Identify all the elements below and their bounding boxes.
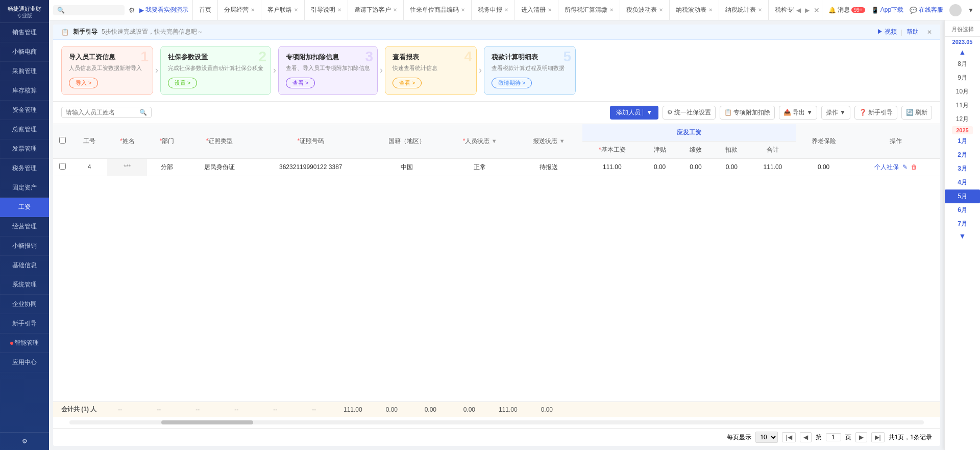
sidebar-item-system[interactable]: 系统管理 — [0, 275, 49, 295]
month-6[interactable]: 6月 — [945, 203, 980, 217]
search-btn-icon[interactable]: 🔍 — [139, 109, 147, 116]
report-filter-icon[interactable]: ▼ — [559, 138, 565, 144]
user-menu-btn[interactable]: ▼ — [968, 7, 974, 14]
month-up-arrow[interactable]: ▲ — [958, 47, 967, 57]
tab-home[interactable]: 首页 — [193, 0, 218, 20]
month-7[interactable]: 7月 — [945, 217, 980, 231]
export-btn[interactable]: 📤 导出 ▼ — [779, 106, 817, 120]
app-download-btn[interactable]: 📱 App下载 — [871, 6, 903, 14]
tab-tax-change[interactable]: 纳税波动表 ✕ — [670, 0, 719, 20]
tab-layered-close[interactable]: ✕ — [251, 7, 255, 13]
tab-layered[interactable]: 分层经营 ✕ — [218, 0, 261, 20]
add-employee-btn[interactable]: 添加人员 ▼ — [610, 106, 658, 120]
row-select-checkbox[interactable] — [59, 163, 66, 170]
month-12[interactable]: 12月 — [945, 112, 980, 126]
month-9[interactable]: 9月 — [945, 71, 980, 85]
search-input[interactable] — [66, 109, 137, 116]
sidebar-item-operations[interactable]: 经营管理 — [0, 217, 49, 236]
sidebar-item-smart[interactable]: 智能管理 — [0, 334, 49, 353]
social-insurance-btn[interactable]: ⚙ 统一社保设置 — [663, 106, 716, 120]
month-8[interactable]: 8月 — [945, 57, 980, 71]
user-avatar[interactable] — [949, 4, 962, 16]
action-btn[interactable]: 操作 ▼ — [821, 106, 850, 120]
search-input-box[interactable]: 🔍 — [61, 107, 152, 118]
tab-tax-close[interactable]: ✕ — [504, 7, 508, 13]
demo-link[interactable]: ▶ 我要看实例演示 — [139, 6, 188, 14]
guide-help-link[interactable]: 帮助 — [906, 28, 919, 36]
row-delete-btn[interactable]: 🗑 — [911, 163, 917, 171]
sidebar-item-basic-info[interactable]: 基础信息 — [0, 256, 49, 275]
sidebar-item-purchase[interactable]: 采购管理 — [0, 62, 49, 81]
tab-clearing-close[interactable]: ✕ — [548, 7, 552, 13]
tab-invite[interactable]: 邀请下游客户 ✕ — [348, 0, 404, 20]
month-3[interactable]: 3月 — [945, 162, 980, 176]
tab-goods-close[interactable]: ✕ — [461, 7, 465, 13]
horizontal-scrollbar[interactable] — [53, 417, 940, 428]
guide-video-link[interactable]: ▶ 视频 — [877, 28, 897, 36]
row-personal-insurance-link[interactable]: 个人社保 — [874, 163, 899, 171]
guide-close-btn[interactable]: ✕ — [927, 29, 932, 36]
special-deduction-btn[interactable]: 📋 专项附加扣除 — [720, 106, 775, 120]
message-btn[interactable]: 🔔 消息 99+ — [828, 6, 865, 14]
sidebar-item-assets[interactable]: 固定资产 — [0, 178, 49, 198]
tab-change-close[interactable]: ✕ — [708, 7, 713, 13]
tab-income-close[interactable]: ✕ — [609, 7, 614, 13]
select-all-checkbox[interactable] — [59, 137, 66, 144]
online-service-btn[interactable]: 💬 在线客服 — [910, 6, 943, 14]
month-2[interactable]: 2月 — [945, 148, 980, 162]
refresh-btn[interactable]: 🔄 刷新 — [901, 106, 932, 120]
step-5-btn[interactable]: 敬请期待 > — [492, 78, 532, 88]
step-2-btn[interactable]: 设置 > — [168, 78, 197, 88]
sidebar-settings[interactable]: ⚙ — [0, 432, 49, 450]
row-edit-btn[interactable]: ✎ — [902, 163, 908, 171]
per-page-select[interactable]: 10 — [755, 432, 778, 443]
tab-clearing[interactable]: 进入清册 ✕ — [515, 0, 558, 20]
close-all-tabs[interactable]: ✕ — [812, 6, 822, 14]
tab-stats-close[interactable]: ✕ — [758, 7, 762, 13]
gear-settings-icon[interactable]: ⚙ — [129, 6, 135, 14]
sidebar-item-inventory[interactable]: 库存核算 — [0, 81, 49, 101]
sidebar-item-sales[interactable]: 销售管理 — [0, 23, 49, 42]
tab-burden-close[interactable]: ✕ — [659, 7, 663, 13]
sidebar-item-invoice[interactable]: 发票管理 — [0, 139, 49, 159]
scrollbar-thumb[interactable] — [161, 420, 253, 424]
nav-next-arrow[interactable]: ▶ — [803, 7, 812, 14]
tab-tax-stats[interactable]: 纳税统计表 ✕ — [719, 0, 769, 20]
prev-page-btn[interactable]: ◀ — [800, 432, 812, 442]
sidebar-item-expense[interactable]: 小畅报销 — [0, 236, 49, 256]
last-page-btn[interactable]: ▶| — [871, 432, 885, 442]
newbie-guide-btn[interactable]: ❓ 新手引导 — [854, 106, 897, 120]
month-down-arrow[interactable]: ▼ — [958, 231, 967, 241]
sidebar-item-finance[interactable]: 资金管理 — [0, 101, 49, 120]
month-10[interactable]: 10月 — [945, 85, 980, 99]
sidebar-item-collab[interactable]: 企业协同 — [0, 295, 49, 314]
sidebar-item-guide[interactable]: 新手引导 — [0, 314, 49, 334]
next-page-btn[interactable]: ▶ — [855, 432, 867, 442]
sidebar-item-wage[interactable]: 工资 — [0, 198, 49, 217]
step-3-btn[interactable]: 查看 > — [286, 78, 315, 88]
sidebar-item-tax[interactable]: 税务管理 — [0, 159, 49, 178]
header-search-box[interactable]: 🔍 — [53, 5, 125, 15]
month-4[interactable]: 4月 — [945, 176, 980, 190]
first-page-btn[interactable]: |◀ — [782, 432, 795, 442]
tab-income-tax[interactable]: 所得税汇算清缴 ✕ — [558, 0, 620, 20]
page-input[interactable] — [826, 433, 841, 441]
month-11[interactable]: 11月 — [945, 99, 980, 112]
month-5-active[interactable]: 5月 — [945, 190, 980, 203]
tab-tax-report[interactable]: 税务申报 ✕ — [472, 0, 515, 20]
sidebar-item-ecommerce[interactable]: 小畅电商 — [0, 42, 49, 62]
tab-customer[interactable]: 客户联络 ✕ — [261, 0, 305, 20]
nav-prev-arrow[interactable]: ◀ — [794, 7, 803, 14]
tab-customer-close[interactable]: ✕ — [294, 7, 298, 13]
step-1-btn[interactable]: 导入 > — [69, 78, 98, 88]
tab-tax-burden[interactable]: 税负波动表 ✕ — [620, 0, 670, 20]
step-4-btn[interactable]: 查看 > — [393, 78, 422, 88]
status-filter-icon[interactable]: ▼ — [492, 138, 497, 144]
tab-tax-expert[interactable]: 税检专家 ✕ — [769, 0, 794, 20]
tab-invite-close[interactable]: ✕ — [393, 7, 397, 13]
tab-goods-code[interactable]: 往来单位商品编码 ✕ — [404, 0, 472, 20]
sidebar-item-apps[interactable]: 应用中心 — [0, 353, 49, 372]
tab-guide-close[interactable]: ✕ — [337, 7, 341, 13]
sidebar-item-ledger[interactable]: 总账管理 — [0, 120, 49, 139]
tab-guide-tab[interactable]: 引导说明 ✕ — [305, 0, 348, 20]
